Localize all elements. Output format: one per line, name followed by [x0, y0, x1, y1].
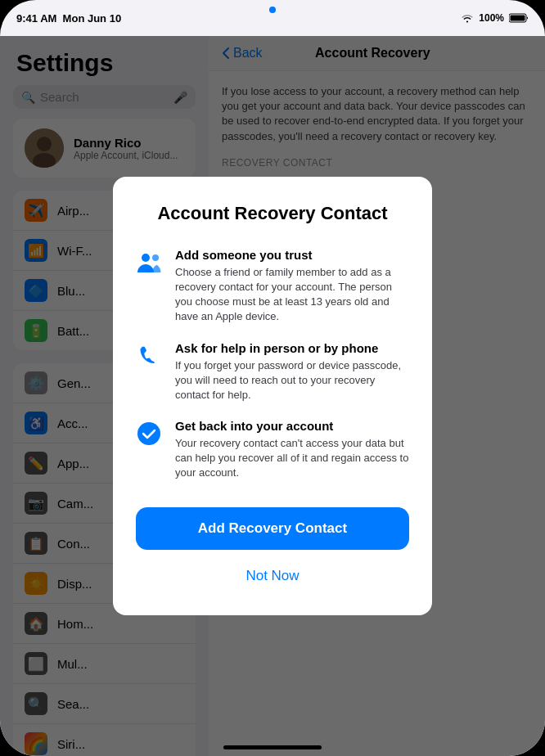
camera-dot	[269, 7, 276, 13]
svg-rect-1	[511, 16, 525, 21]
modal-features: Add someone you trust Choose a friend or…	[136, 248, 409, 481]
feature-row-trust: Add someone you trust Choose a friend or…	[136, 248, 409, 325]
feature-text-phone: Ask for help in person or by phone If yo…	[175, 341, 409, 403]
feature-title-phone: Ask for help in person or by phone	[175, 341, 409, 355]
status-bar: 9:41 AM Mon Jun 10 100%	[0, 0, 545, 36]
feature-desc-checkmark: Your recovery contact can't access your …	[175, 436, 409, 481]
feature-text-checkmark: Get back into your account Your recovery…	[175, 419, 409, 481]
not-now-button[interactable]: Not Now	[136, 560, 409, 592]
feature-title-trust: Add someone you trust	[175, 248, 409, 262]
feature-title-checkmark: Get back into your account	[175, 419, 409, 433]
status-icons: 100%	[461, 12, 529, 24]
svg-point-6	[152, 254, 159, 261]
modal-title: Account Recovery Contact	[136, 203, 409, 224]
home-indicator	[223, 745, 322, 749]
svg-point-5	[142, 254, 150, 262]
feature-row-phone: Ask for help in person or by phone If yo…	[136, 341, 409, 403]
modal-sheet: Account Recovery Contact Add someone	[113, 177, 432, 614]
checkmark-circle-icon	[136, 421, 162, 447]
phone-icon	[136, 343, 162, 369]
battery-text: 100%	[479, 12, 504, 24]
feature-desc-trust: Choose a friend or family member to add …	[175, 265, 409, 325]
ipad-frame: 9:41 AM Mon Jun 10 100% Settings	[0, 0, 545, 756]
feature-text-trust: Add someone you trust Choose a friend or…	[175, 248, 409, 325]
add-recovery-contact-button[interactable]: Add Recovery Contact	[136, 507, 409, 550]
person-group-icon	[136, 250, 162, 276]
feature-row-checkmark: Get back into your account Your recovery…	[136, 419, 409, 481]
modal-overlay: Account Recovery Contact Add someone	[0, 36, 545, 756]
status-time: 9:41 AM Mon Jun 10	[16, 12, 121, 25]
feature-desc-phone: If you forget your password or device pa…	[175, 358, 409, 403]
svg-point-7	[137, 422, 160, 445]
battery-icon	[509, 13, 529, 23]
wifi-icon	[461, 13, 474, 23]
